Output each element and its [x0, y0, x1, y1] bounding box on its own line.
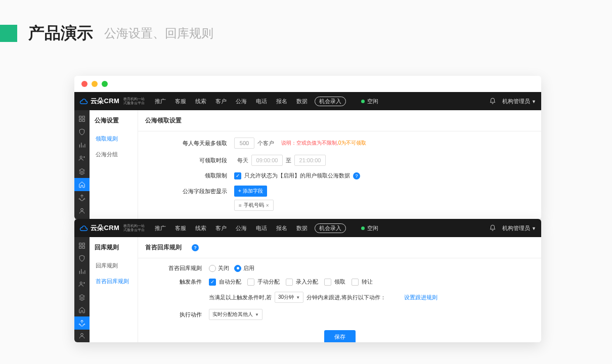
user-menu[interactable]: 机构管理员▼: [502, 224, 536, 232]
set-followup-link[interactable]: 设置跟进规则: [404, 294, 438, 301]
rail-shield-icon[interactable]: [74, 252, 90, 265]
nav-item[interactable]: 客服: [171, 98, 190, 105]
rail-bars-icon[interactable]: [74, 265, 90, 278]
maximize-icon[interactable]: [102, 81, 108, 87]
max-claim-input[interactable]: [234, 138, 254, 149]
minimize-icon[interactable]: [92, 81, 98, 87]
radio-on[interactable]: [234, 265, 241, 272]
nav-item[interactable]: 公海: [232, 224, 251, 232]
remove-tag-icon[interactable]: ×: [266, 203, 269, 208]
nav-item[interactable]: 电话: [252, 98, 271, 105]
nav-item[interactable]: 报名: [272, 98, 291, 105]
brand-text: 云朵CRM: [91, 97, 119, 106]
help-icon[interactable]: ?: [353, 172, 360, 179]
rail-shield-icon[interactable]: [74, 125, 90, 139]
label-trigger: 触发条件: [138, 278, 209, 286]
nav-item[interactable]: 客户: [211, 224, 231, 232]
label-max-claim: 每人每天最多领取: [138, 140, 234, 147]
side-header: 公海设置: [90, 110, 138, 131]
restrict-checkbox[interactable]: ✓: [234, 172, 241, 179]
side-item[interactable]: 首咨回库规则: [90, 274, 138, 289]
rail-layers-icon[interactable]: [74, 291, 90, 304]
nav-item[interactable]: 客服: [171, 224, 190, 232]
slide-subtitle: 公海设置、回库规则: [104, 25, 213, 41]
svg-rect-9: [82, 246, 84, 248]
panel-return: 云朵CRM 教育机构一站式服务云平台 推广客服线索客户公海电话报名数据 机会录入…: [74, 219, 541, 342]
panel-gonghai: 云朵CRM 教育机构一站式服务云平台 推广客服线索客户公海电话报名数据 机会录入…: [74, 76, 541, 219]
rail-bars-icon[interactable]: [74, 139, 90, 152]
time-to-input[interactable]: [294, 155, 326, 166]
window-controls: [74, 76, 541, 92]
trigger-checkbox[interactable]: [352, 279, 359, 286]
rail-person-icon[interactable]: [74, 152, 90, 165]
save-button[interactable]: 保存: [324, 330, 356, 342]
nav-item[interactable]: 客户: [211, 98, 231, 105]
rail-recycle-icon[interactable]: [74, 316, 90, 330]
cloud-icon: [79, 225, 89, 231]
rail-user2-icon[interactable]: [74, 330, 90, 343]
drag-icon[interactable]: ≡: [239, 203, 242, 208]
radio-off[interactable]: [209, 265, 216, 272]
note-text: 说明：空或负值为不限制,0为不可领取: [281, 140, 366, 147]
nav-item[interactable]: 线索: [191, 98, 210, 105]
svg-rect-1: [82, 116, 84, 118]
label-action: 执行动作: [138, 311, 209, 318]
rail-user2-icon[interactable]: [74, 204, 90, 217]
rail-home-icon[interactable]: [74, 304, 90, 317]
accent-block: [0, 25, 17, 42]
top-nav-bar: 云朵CRM 教育机构一站式服务云平台 推广客服线索客户公海电话报名数据 机会录入…: [74, 219, 541, 237]
opportunity-button[interactable]: 机会录入: [315, 223, 346, 233]
rail-grid-icon[interactable]: [74, 112, 90, 125]
svg-point-11: [81, 334, 83, 336]
action-select[interactable]: 实时分配给其他人▼: [209, 309, 263, 320]
svg-rect-2: [79, 119, 81, 121]
nav-item[interactable]: 线索: [191, 224, 210, 232]
time-from-input[interactable]: [251, 155, 283, 166]
svg-rect-0: [79, 116, 81, 118]
trigger-checkbox[interactable]: [247, 279, 254, 286]
nav-item[interactable]: 数据: [292, 224, 312, 232]
label-rule: 首咨回库规则: [138, 264, 209, 272]
side-item[interactable]: 公海分组: [90, 147, 138, 162]
svg-point-4: [80, 156, 82, 158]
add-field-button[interactable]: + 添加字段: [234, 186, 267, 197]
brand-logo: 云朵CRM 教育机构一站式服务云平台: [79, 223, 145, 233]
svg-rect-6: [79, 243, 81, 245]
label-restrict: 领取限制: [138, 172, 234, 179]
nav-item[interactable]: 推广: [151, 98, 170, 105]
rail-layers-icon[interactable]: [74, 165, 90, 178]
rail-home-icon[interactable]: [74, 178, 90, 191]
section-title: 公海领取设置: [138, 110, 541, 131]
close-icon[interactable]: [81, 81, 88, 87]
nav-item[interactable]: 报名: [272, 224, 291, 232]
nav-item[interactable]: 电话: [252, 224, 271, 232]
trigger-checkbox[interactable]: [286, 279, 293, 286]
opportunity-button[interactable]: 机会录入: [315, 97, 346, 106]
bell-icon[interactable]: [489, 224, 496, 232]
top-nav-bar: 云朵CRM 教育机构一站式服务云平台 推广客服线索客户公海电话报名数据 机会录入…: [74, 92, 541, 110]
side-item[interactable]: 领取规则: [90, 131, 138, 147]
trigger-checkbox[interactable]: [324, 279, 331, 286]
nav-item[interactable]: 推广: [151, 224, 170, 232]
rail-grid-icon[interactable]: [74, 239, 90, 252]
svg-rect-7: [82, 243, 84, 245]
user-menu[interactable]: 机构管理员▼: [502, 98, 536, 105]
trigger-checkbox[interactable]: ✓: [209, 279, 216, 286]
side-item[interactable]: 回库规则: [90, 258, 138, 274]
nav-item[interactable]: 数据: [292, 98, 312, 105]
status-badge: 空闲: [361, 98, 378, 105]
svg-rect-3: [82, 119, 84, 121]
label-time-range: 可领取时段: [138, 157, 234, 164]
duration-select[interactable]: 30分钟▼: [275, 292, 303, 303]
svg-rect-8: [79, 246, 81, 248]
section-title: 首咨回库规则 ?: [138, 237, 541, 258]
rail-person-icon[interactable]: [74, 278, 90, 291]
rail-recycle-icon[interactable]: [74, 191, 90, 204]
svg-point-10: [80, 282, 82, 284]
label-mask-fields: 公海字段加密显示: [138, 186, 234, 195]
cloud-icon: [79, 98, 89, 104]
field-tag: ≡ 手机号码 ×: [234, 200, 274, 211]
bell-icon[interactable]: [489, 98, 496, 105]
nav-item[interactable]: 公海: [232, 98, 251, 105]
help-icon[interactable]: ?: [192, 244, 199, 251]
